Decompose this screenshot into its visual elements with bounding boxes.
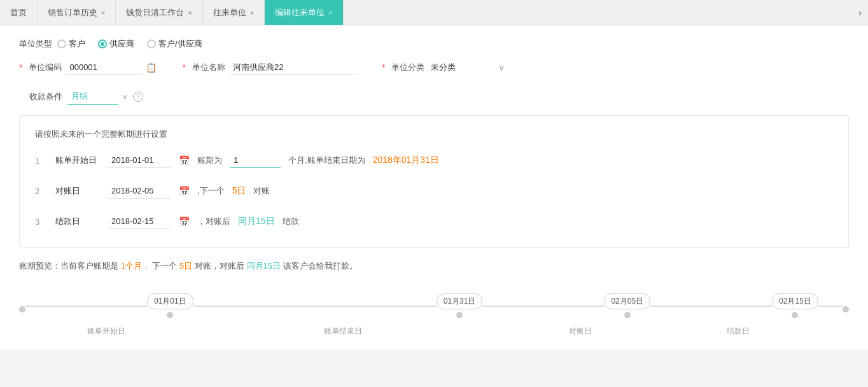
- unit-type-label: 单位类型: [19, 38, 52, 50]
- timeline-start-dot: [19, 306, 25, 313]
- tab-edit-partner[interactable]: 编辑往来单位 ×: [265, 0, 343, 25]
- row-1-cal-icon[interactable]: 📅: [179, 155, 190, 165]
- preview-part2-prefix: 下一个: [152, 261, 177, 271]
- tab-partner-unit-close[interactable]: ×: [250, 9, 254, 17]
- settings-panel: 请按照未来的一个完整帐期进行设置 1 账单开始日 📅 账期为 个月,账单结束日期…: [19, 115, 849, 248]
- unit-category-group: * 单位分类 未分类 ∨: [382, 62, 505, 73]
- unit-code-star: *: [19, 62, 22, 73]
- payment-row: 收款条件 月结 ∨ ?: [19, 88, 849, 105]
- timeline-tag-2: 01月31日: [437, 293, 483, 309]
- row-1-date-input[interactable]: [108, 153, 171, 168]
- row-2-desc-suffix: 对账: [253, 185, 270, 197]
- preview-part3-highlight: 同月15日: [247, 261, 281, 271]
- timeline-point-3: 02月05日: [604, 293, 650, 318]
- timeline: 01月01日 01月31日 02月05日 02月15日: [19, 287, 849, 337]
- timeline-dot-2: [456, 312, 463, 318]
- timeline-line-2: [193, 306, 437, 307]
- timeline-point-2: 01月31日: [437, 293, 483, 318]
- tab-partner-unit[interactable]: 往来单位 ×: [203, 0, 265, 25]
- row-2-highlight: 5日: [232, 185, 246, 197]
- setting-row-1: 1 账单开始日 📅 账期为 个月,账单结束日期为 2018年01月31日: [35, 153, 833, 168]
- tab-bar: 首页 销售订单历史 × 钱货日清工作台 × 往来单位 × 编辑往来单位 × ›: [0, 0, 868, 25]
- row-1-desc-prefix: 账期为: [197, 155, 222, 166]
- radio-supplier-circle: [98, 39, 107, 48]
- radio-customer-supplier-circle: [147, 39, 156, 48]
- payment-help-icon[interactable]: ?: [133, 92, 143, 102]
- setting-row-3: 3 结款日 📅 ，对账后 同月15日 结款: [35, 214, 833, 229]
- preview-part2-suffix: 对账，对账后: [195, 261, 244, 271]
- row-2-cal-icon[interactable]: 📅: [179, 186, 190, 196]
- timeline-tag-1: 01月01日: [147, 293, 193, 309]
- row-3-label: 结款日: [55, 216, 100, 227]
- unit-name-label: 单位名称: [192, 62, 225, 73]
- timeline-line-5: [818, 306, 843, 307]
- row-3-desc-prefix: ，对账后: [197, 216, 230, 227]
- panel-title: 请按照未来的一个完整帐期进行设置: [35, 129, 833, 140]
- timeline-label-3: 对账日: [569, 326, 592, 337]
- period-input[interactable]: [230, 153, 281, 168]
- unit-category-dropdown-icon[interactable]: ∨: [498, 62, 505, 73]
- timeline-line-4: [650, 306, 772, 307]
- timeline-dot-4: [792, 312, 798, 318]
- timeline-line-3: [482, 306, 604, 307]
- radio-customer-supplier[interactable]: 客户/供应商: [147, 38, 202, 50]
- tab-sales-history-label: 销售订单历史: [48, 7, 97, 18]
- tab-more-button[interactable]: ›: [852, 0, 868, 25]
- row-2-desc-prefix: ,下一个: [197, 185, 225, 197]
- unit-code-copy-icon[interactable]: 📋: [146, 62, 157, 73]
- row-2-date-input[interactable]: [108, 183, 171, 199]
- radio-customer[interactable]: 客户: [57, 38, 85, 50]
- radio-customer-label: 客户: [69, 38, 85, 50]
- row-2-num: 2: [35, 186, 48, 196]
- unit-category-value: 未分类: [431, 62, 469, 73]
- payment-label: 收款条件: [29, 91, 62, 102]
- tab-cash-work-label: 钱货日清工作台: [126, 7, 184, 18]
- radio-supplier-label: 供应商: [109, 38, 134, 50]
- row-1-highlight: 2018年01月31日: [373, 155, 439, 166]
- unit-category-label: 单位分类: [391, 62, 424, 73]
- payment-dropdown-icon[interactable]: ∨: [122, 92, 128, 101]
- timeline-end-dot: [843, 306, 849, 313]
- radio-customer-supplier-label: 客户/供应商: [158, 38, 202, 50]
- tab-partner-unit-label: 往来单位: [213, 7, 246, 18]
- unit-name-group: * 单位名称: [182, 60, 356, 75]
- preview-section: 账期预览：当前客户账期是 1个月， 下一个 5日 对账，对账后 同月15日 该客…: [19, 260, 849, 272]
- tab-edit-partner-label: 编辑往来单位: [275, 7, 325, 18]
- timeline-point-4: 02月15日: [772, 293, 818, 318]
- timeline-tag-3: 02月05日: [604, 293, 650, 309]
- unit-type-row: 单位类型 客户 供应商 客户/供应商: [19, 38, 849, 50]
- tab-home-label: 首页: [10, 7, 27, 18]
- radio-customer-circle: [57, 39, 66, 48]
- row-3-num: 3: [35, 217, 48, 227]
- tab-sales-history[interactable]: 销售订单历史 ×: [38, 0, 116, 25]
- row-2-label: 对账日: [55, 185, 100, 197]
- payment-value[interactable]: 月结: [67, 88, 118, 105]
- timeline-label-4: 结款日: [727, 326, 750, 337]
- timeline-dot-3: [624, 312, 631, 318]
- preview-part1: 1个月，: [121, 261, 150, 271]
- row-1-label: 账单开始日: [55, 155, 100, 166]
- row-3-cal-icon[interactable]: 📅: [179, 216, 190, 227]
- setting-row-2: 2 对账日 📅 ,下一个 5日 对账: [35, 183, 833, 199]
- unit-name-input[interactable]: [229, 60, 356, 75]
- tab-home[interactable]: 首页: [0, 0, 38, 25]
- tab-edit-partner-close[interactable]: ×: [328, 9, 332, 17]
- preview-part3-suffix: 该客户会给我打款。: [283, 261, 358, 271]
- unit-code-input[interactable]: [66, 60, 142, 75]
- tab-more-icon: ›: [858, 8, 862, 18]
- tab-cash-work-close[interactable]: ×: [188, 9, 192, 17]
- timeline-tag-4: 02月15日: [772, 293, 818, 309]
- unit-code-group: * 单位编码 📋: [19, 60, 157, 75]
- timeline-label-1: 账单开始日: [87, 326, 125, 337]
- payment-select-group: 月结 ∨: [67, 88, 128, 105]
- preview-label: 账期预览：当前客户账期是: [19, 261, 118, 271]
- tab-cash-work[interactable]: 钱货日清工作台 ×: [116, 0, 202, 25]
- preview-part2-highlight: 5日: [179, 261, 192, 271]
- unit-name-star: *: [182, 62, 185, 73]
- tab-sales-history-close[interactable]: ×: [101, 9, 105, 17]
- radio-supplier[interactable]: 供应商: [98, 38, 134, 50]
- row-3-date-input[interactable]: [108, 214, 171, 229]
- row-1-num: 1: [35, 156, 48, 165]
- timeline-dot-1: [167, 312, 173, 318]
- row-3-highlight: 同月15日: [238, 216, 275, 227]
